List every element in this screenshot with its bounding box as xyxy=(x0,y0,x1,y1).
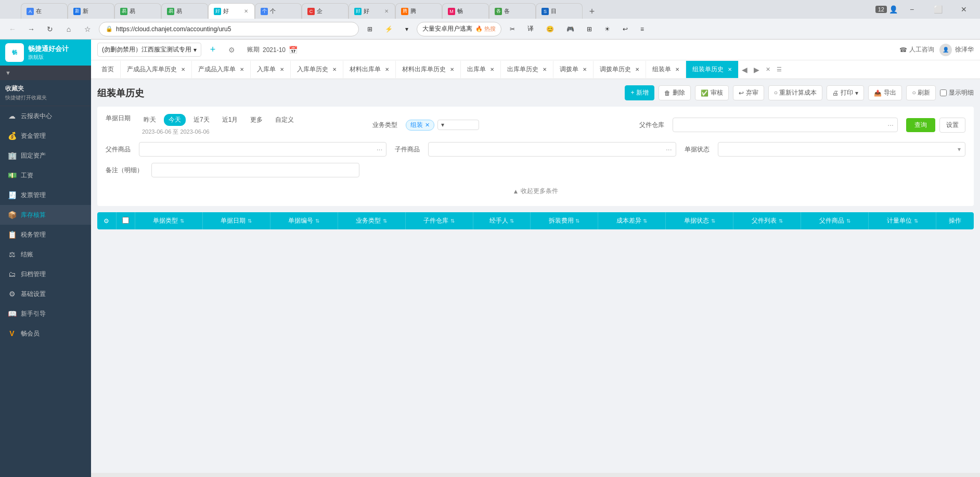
page-tab-close-7[interactable]: ✕ xyxy=(490,67,494,72)
th-bill-type[interactable]: 单据类型 ⇅ xyxy=(135,212,202,229)
browser-tab-8[interactable]: 腾 腾 xyxy=(395,3,442,19)
recalculate-button[interactable]: ○ 重新计算成本 xyxy=(768,85,823,100)
company-selector[interactable]: (勿删勿禁用）江西服宝测试专用 ▾ xyxy=(97,43,201,57)
select-all-checkbox[interactable] xyxy=(122,217,129,224)
bookmark-button[interactable]: ☆ xyxy=(80,22,95,36)
tab-extra-menu[interactable]: ☰ xyxy=(773,66,785,73)
page-tab-close-6[interactable]: ✕ xyxy=(450,67,454,72)
parent-goods-input[interactable] xyxy=(139,142,386,157)
emoji-button[interactable]: 😊 xyxy=(542,22,558,36)
page-tab-close-11[interactable]: ✕ xyxy=(675,67,679,72)
date-yesterday-btn[interactable]: 昨天 xyxy=(139,114,161,126)
sidebar-item-archive[interactable]: 🗂 归档管理 xyxy=(0,264,91,284)
support-button[interactable]: ☎ 人工咨询 xyxy=(899,45,934,54)
add-button[interactable]: + 新增 xyxy=(625,85,654,100)
date-custom-btn[interactable]: 自定义 xyxy=(270,114,299,126)
sidebar-item-basic-settings[interactable]: ⚙ 基础设置 xyxy=(0,284,91,304)
browser-tab-active[interactable]: 好 好 ✕ xyxy=(208,3,255,19)
page-tab-out[interactable]: 出库单 ✕ xyxy=(461,61,501,78)
th-settings[interactable]: ⚙ xyxy=(97,212,116,229)
page-tab-close-12[interactable]: ✕ xyxy=(728,67,732,72)
home-button[interactable]: ⌂ xyxy=(61,22,76,36)
th-disassemble-cost[interactable]: 拆装费用 ⇅ xyxy=(531,212,598,229)
page-tab-product-in-history[interactable]: 产成品入库单历史 ✕ xyxy=(121,61,192,78)
settings-button[interactable]: 设置 xyxy=(939,118,965,133)
date-7days-btn[interactable]: 近7天 xyxy=(189,114,214,126)
profile-icon[interactable]: 👤 xyxy=(889,5,898,14)
page-tab-material-out-history[interactable]: 材料出库单历史 ✕ xyxy=(396,61,461,78)
bill-status-select[interactable]: ▾ xyxy=(718,142,965,157)
page-tab-in[interactable]: 入库单 ✕ xyxy=(251,61,291,78)
delete-button[interactable]: 🗑 删除 xyxy=(659,85,691,100)
search-bar[interactable]: 大量安卓用户逃离 🔥 热搜 xyxy=(417,22,501,36)
sidebar-item-fund-management[interactable]: 💰 资金管理 xyxy=(0,126,91,146)
collapse-button[interactable]: ▲ 收起更多条件 xyxy=(106,184,965,199)
translate-button[interactable]: 译 xyxy=(523,22,538,36)
tab-scroll-left[interactable]: ◀ xyxy=(739,66,751,74)
tab-scroll-right[interactable]: ▶ xyxy=(751,66,763,74)
th-checkbox[interactable] xyxy=(116,212,135,229)
url-bar[interactable]: 🔒 https://cloud.chanjet.com/accounting/u… xyxy=(99,22,359,36)
horizontal-scrollbar[interactable] xyxy=(91,473,980,477)
maximize-button[interactable]: ⬜ xyxy=(926,0,950,19)
th-cost-diff[interactable]: 成本差异 ⇅ xyxy=(598,212,666,229)
parent-goods-more-icon[interactable]: ··· xyxy=(375,144,385,154)
parent-warehouse-input[interactable] xyxy=(673,118,898,132)
refresh-page-button[interactable]: ↻ xyxy=(43,22,57,36)
biz-type-dropdown[interactable]: ▾ xyxy=(437,120,479,130)
sidebar-item-invoice[interactable]: 🧾 发票管理 xyxy=(0,185,91,205)
back-button[interactable]: ← xyxy=(5,22,20,36)
display-detail-check[interactable] xyxy=(940,89,947,96)
biz-type-tag-remove[interactable]: ✕ xyxy=(425,122,430,128)
tab-close-active[interactable]: ✕ xyxy=(243,8,249,14)
browser-tab-5[interactable]: 个 个 xyxy=(255,3,302,19)
sidebar-item-inventory[interactable]: 📦 库存核算 xyxy=(0,205,91,225)
page-tab-transfer[interactable]: 调拨单 ✕ xyxy=(553,61,594,78)
page-tab-material-out[interactable]: 材料出库单 ✕ xyxy=(343,61,396,78)
forward-button[interactable]: → xyxy=(24,22,38,36)
game-button[interactable]: 🎮 xyxy=(562,22,578,36)
page-tab-assembly[interactable]: 组装单 ✕ xyxy=(646,61,686,78)
page-tab-home[interactable]: 首页 xyxy=(95,61,121,78)
sidebar-item-settlement[interactable]: ⚖ 结账 xyxy=(0,244,91,264)
date-more-btn[interactable]: 更多 xyxy=(246,114,267,126)
display-detail-checkbox[interactable]: 显示明细 xyxy=(940,88,974,97)
undo-button[interactable]: ↩ xyxy=(618,22,632,36)
sidebar-item-guide[interactable]: 📖 新手引导 xyxy=(0,304,91,324)
th-parent-goods[interactable]: 父件商品 ⇅ xyxy=(801,212,869,229)
company-settings-button[interactable]: ⚙ xyxy=(224,43,239,57)
query-button[interactable]: 查询 xyxy=(906,118,935,132)
th-biz-type[interactable]: 业务类型 ⇅ xyxy=(338,212,405,229)
app-grid-button[interactable]: ⊞ xyxy=(583,22,596,36)
page-tab-close-2[interactable]: ✕ xyxy=(240,67,244,72)
new-tab-button[interactable]: + xyxy=(585,4,599,19)
refresh-button[interactable]: ○ 刷新 xyxy=(906,85,936,100)
browser-tab-11[interactable]: S 目 xyxy=(536,3,583,19)
child-goods-input[interactable] xyxy=(428,142,676,157)
browser-tab-new[interactable]: 新 新 xyxy=(68,3,114,19)
minimize-button[interactable]: − xyxy=(900,0,924,19)
page-tab-close-3[interactable]: ✕ xyxy=(280,67,284,72)
th-bill-status[interactable]: 单据状态 ⇅ xyxy=(666,212,733,229)
page-tab-transfer-history[interactable]: 调拨单历史 ✕ xyxy=(594,61,646,78)
th-child-warehouse[interactable]: 子件仓库 ⇅ xyxy=(405,212,473,229)
date-1month-btn[interactable]: 近1月 xyxy=(217,114,243,126)
page-tab-out-history[interactable]: 出库单历史 ✕ xyxy=(501,61,553,78)
th-unit[interactable]: 计量单位 ⇅ xyxy=(869,212,936,229)
audit-button[interactable]: ✅ 审核 xyxy=(695,85,729,100)
sidebar-favorites-subtitle[interactable]: 快捷键打开收藏夹 xyxy=(5,94,86,101)
sidebar-item-cloud-report[interactable]: ☁ 云报表中心 xyxy=(0,106,91,126)
close-button[interactable]: ✕ xyxy=(952,0,976,19)
browser-tab-3[interactable]: 易 易 xyxy=(114,3,161,19)
page-tab-close-8[interactable]: ✕ xyxy=(543,67,547,72)
th-parent-list[interactable]: 父件列表 ⇅ xyxy=(733,212,801,229)
th-bill-no[interactable]: 单据编号 ⇅ xyxy=(270,212,338,229)
sidebar-item-vip[interactable]: V 畅会员 xyxy=(0,324,91,343)
browser-tab-10[interactable]: 各 各 xyxy=(489,3,536,19)
browser-tab-4[interactable]: 易 易 xyxy=(161,3,208,19)
company-add-button[interactable]: + xyxy=(205,43,220,57)
parent-warehouse-more-icon[interactable]: ··· xyxy=(885,120,896,130)
sidebar-item-salary[interactable]: 💵 工资 xyxy=(0,165,91,185)
menu-button[interactable]: ≡ xyxy=(636,22,648,36)
dropdown-button[interactable]: ▾ xyxy=(401,22,412,36)
